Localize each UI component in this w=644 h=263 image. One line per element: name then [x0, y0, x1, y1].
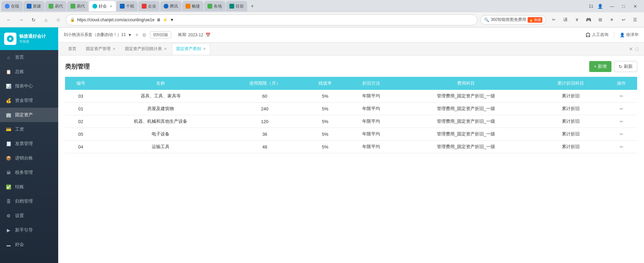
consult-section[interactable]: 🎧 人工咨询	[585, 32, 608, 38]
sidebar-item-invoice[interactable]: 🧾 发票管理	[0, 136, 58, 151]
user-profile-section[interactable]: 👤 徐泽华	[620, 32, 639, 38]
ledger-icon: 📋	[5, 69, 12, 75]
cell-name-0: 器具、工具、家具等	[97, 90, 225, 103]
search-bar[interactable]: 🔍 360智能抠图免费用 🔥 热搜	[480, 15, 546, 25]
browser-tab-haokuai[interactable]: 好会 ✕	[89, 1, 116, 11]
tab-home-label: 首页	[68, 46, 76, 52]
browser-tab-online[interactable]: 在线	[1, 1, 23, 11]
user-dropdown-icon[interactable]: ▼	[128, 33, 132, 37]
browser-tab-enterprise[interactable]: 企业	[138, 1, 160, 11]
refresh-button[interactable]: ↻ 刷新	[614, 61, 637, 72]
edit-button-3[interactable]: ✏	[620, 132, 623, 137]
cell-code-1[interactable]: 01	[65, 103, 97, 115]
undo-icon[interactable]: ↩	[619, 15, 628, 25]
sidebar-item-payroll-label: 工资	[15, 126, 24, 132]
sidebar-item-archive-label: 归档管理	[15, 198, 33, 204]
sidebar-item-purchase-sales[interactable]: 📦 进销台账	[0, 151, 58, 165]
browser-tab-tax[interactable]: 个税	[116, 1, 138, 11]
currency-icon[interactable]: ¥	[572, 15, 582, 25]
browser-tab-easy1[interactable]: 易代	[45, 1, 66, 11]
cell-accum-0: 累计折旧	[535, 90, 606, 103]
edit-button-4[interactable]: ✏	[620, 144, 623, 150]
sidebar-item-report[interactable]: 📊 报表中心	[0, 79, 58, 93]
page-title: 类别管理	[65, 62, 90, 71]
cell-period-1: 240	[225, 103, 305, 115]
tab-fixed-deprec[interactable]: 固定资产折旧统计表 ✕	[121, 44, 171, 55]
tab-fixed-category[interactable]: 固定资产类别 ✕	[172, 44, 210, 55]
sidebar-item-home[interactable]: ⌂ 首页	[0, 50, 58, 64]
settings-gear-icon[interactable]: ⚙	[142, 32, 147, 38]
translate-icon[interactable]: 译	[560, 15, 570, 25]
url-bar[interactable]: 🔒 https://cloud.chanjet.com/accounting/u…	[66, 14, 478, 25]
grid-icon[interactable]: ⊞	[595, 15, 605, 25]
browser-tab-changjie[interactable]: 畅捷	[182, 1, 203, 11]
search-text: 360智能抠图免费用	[491, 17, 526, 23]
maximize-icon[interactable]: □	[619, 1, 628, 11]
tab-home[interactable]: 首页	[64, 44, 81, 55]
sidebar-item-funds[interactable]: 💰 资金管理	[0, 93, 58, 108]
cell-residual-1: 5%	[305, 103, 346, 115]
close-tab-fixed-category-icon[interactable]: ✕	[203, 47, 206, 51]
cell-residual-3: 5%	[305, 128, 346, 141]
close-tab-fixed-deprec-icon[interactable]: ✕	[164, 47, 167, 51]
cell-name-2: 机器、机械和其他生产设备	[97, 115, 225, 128]
reload-button[interactable]: ↻	[29, 15, 38, 25]
browser-tab-easy2[interactable]: 易代	[67, 1, 88, 11]
cell-code-4[interactable]: 04	[65, 141, 97, 153]
brightness-icon[interactable]: ☀	[607, 15, 617, 25]
maximize-tab-icon[interactable]: □	[636, 46, 639, 52]
window-close-icon[interactable]: ✕	[630, 1, 640, 11]
refresh-icon: ↻	[619, 64, 622, 69]
calendar-icon[interactable]: 📅	[205, 33, 211, 37]
tax-icon: 🏛	[5, 169, 12, 176]
add-button[interactable]: + 新增	[589, 61, 611, 72]
close-tab-fixed-mgmt-icon[interactable]: ✕	[113, 47, 115, 51]
sidebar-item-funds-label: 资金管理	[15, 97, 33, 104]
browser-tab-tencent[interactable]: 腾讯	[160, 1, 181, 11]
lock-icon: 🔒	[70, 17, 75, 22]
dropdown-icon[interactable]: ▼	[170, 17, 174, 22]
edit-button-1[interactable]: ✏	[620, 106, 623, 111]
sales-icon: 📦	[5, 155, 12, 161]
add-account-icon[interactable]: +	[135, 32, 138, 38]
sidebar-item-settings[interactable]: ⚙ 设置	[0, 208, 58, 223]
edit-button-2[interactable]: ✏	[620, 119, 623, 124]
sidebar-item-archive[interactable]: 🗄 归档管理	[0, 194, 58, 208]
menu-icon[interactable]: ☰	[630, 15, 640, 25]
home-browser-button[interactable]: ⌂	[41, 15, 51, 25]
star-button[interactable]: ☆	[53, 15, 63, 25]
cell-method-2: 年限平均	[346, 115, 396, 128]
edit-button-0[interactable]: ✏	[620, 94, 623, 99]
cell-action-2: ✏	[606, 115, 637, 128]
close-browser-tab-icon[interactable]: ✕	[110, 4, 112, 8]
cell-code-3[interactable]: 05	[65, 128, 97, 141]
close-all-tabs-icon[interactable]: ✕	[629, 46, 633, 52]
sidebar-item-guide-label: 新手引导	[15, 227, 33, 233]
new-browser-tab-button[interactable]: +	[248, 2, 257, 11]
cell-method-0: 年限平均	[346, 90, 396, 103]
game-icon[interactable]: 🎮	[584, 15, 593, 25]
sidebar-item-tax[interactable]: 🏛 税务管理	[0, 165, 58, 180]
browser-tab-gedi[interactable]: 各地	[204, 1, 225, 11]
cell-code-0[interactable]: 03	[65, 90, 97, 103]
browser-tab-muqian[interactable]: 目前	[226, 1, 247, 11]
forward-button[interactable]: →	[16, 15, 26, 25]
cell-code-2[interactable]: 02	[65, 115, 97, 128]
sidebar-item-guide[interactable]: ▶ 新手引导	[0, 223, 58, 237]
browser-tab-new[interactable]: 新建	[23, 1, 45, 11]
chart-icon: 📊	[5, 83, 12, 89]
topbar-right: 🎧 人工咨询 👤 徐泽华	[585, 32, 639, 38]
sidebar-item-fixed-assets[interactable]: 🏢 固定资产	[0, 108, 58, 122]
switch-version-button[interactable]: 切到旧版	[150, 31, 171, 38]
search-icon: 🔍	[484, 17, 489, 22]
sidebar-item-checkout[interactable]: ✅ 结账	[0, 180, 58, 194]
account-icon[interactable]: 👤	[595, 1, 605, 11]
scissors-icon[interactable]: ✂	[549, 15, 558, 25]
back-button[interactable]: ←	[4, 15, 14, 25]
sidebar-item-more[interactable]: 好会	[0, 237, 58, 252]
minimize-icon[interactable]: —	[607, 1, 617, 11]
tab-fixed-mgmt[interactable]: 固定资产管理 ✕	[81, 44, 120, 55]
wallet-icon: 💰	[5, 97, 12, 104]
sidebar-item-payroll[interactable]: 💳 工资	[0, 122, 58, 136]
sidebar-item-ledger[interactable]: 📋 总账	[0, 64, 58, 79]
